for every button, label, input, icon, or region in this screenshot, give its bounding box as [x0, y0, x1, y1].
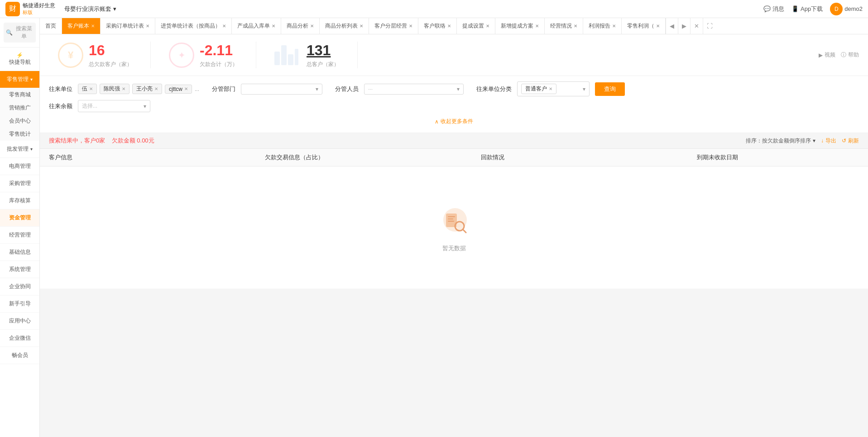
table-header-col-3: 回款情况 [481, 153, 697, 162]
category-select[interactable]: 普通客户 ✕ ▾ [517, 81, 590, 96]
dept-select[interactable]: ▾ [241, 84, 322, 95]
balance-select[interactable]: 选择... ▾ [78, 100, 150, 112]
filter-tag-1: 伍 ✕ [78, 84, 97, 94]
sidebar-item-enterprise-wechat[interactable]: 企业微信 [0, 330, 39, 347]
query-button[interactable]: 查询 [595, 82, 625, 96]
empty-icon [436, 203, 472, 239]
sidebar-sub-item-marketing[interactable]: 营销推广 [0, 101, 39, 114]
tab-new-promotion[interactable]: 新增提成方案 ✕ [495, 18, 545, 34]
sidebar-item-ecommerce[interactable]: 电商管理 [0, 158, 39, 175]
tag-close-4[interactable]: ✕ [184, 86, 188, 91]
message-button[interactable]: 💬 消息 [763, 5, 784, 13]
stat-total-customers: 131 总客户（家） [256, 42, 358, 68]
table-header: 客户信息 欠款交易信息（占比） 回款情况 到期未收款日期 [40, 149, 868, 166]
svg-rect-4 [448, 221, 454, 222]
tab-close-icon[interactable]: ✕ [612, 24, 616, 28]
tab-production-instock[interactable]: 产成品入库单 ✕ [232, 18, 281, 34]
tab-close-icon[interactable]: ✕ [535, 24, 539, 28]
search-icon: 🔍 [6, 29, 13, 36]
tab-purchase-order[interactable]: 采购订单统计表 ✕ [101, 18, 155, 34]
user-menu[interactable]: D demo2 [830, 3, 863, 15]
tab-nav-prev[interactable]: ◀ [666, 18, 678, 34]
empty-text: 暂无数据 [442, 244, 466, 252]
export-button[interactable]: ↓ 导出 [821, 137, 836, 145]
sidebar-item-vip-member[interactable]: 畅会员 [0, 347, 39, 364]
tab-profit-report[interactable]: 利润报告 ✕ [583, 18, 622, 34]
stat2-info: -2.11 欠款合计（万） [200, 42, 238, 68]
tab-purchase-stat[interactable]: 进货单统计表（按商品） ✕ [155, 18, 232, 34]
top-bar-right: 💬 消息 📱 App下载 D demo2 [763, 3, 863, 15]
tab-promotion-settings[interactable]: 提成设置 ✕ [457, 18, 495, 34]
tab-close-icon[interactable]: ✕ [360, 24, 363, 28]
tag-close-2[interactable]: ✕ [122, 86, 125, 91]
content-area: 首页 客户账本 ✕ 采购订单统计表 ✕ 进货单统计表（按商品） ✕ 产成品入库单… [40, 18, 868, 437]
filter-row-1: 往来单位 伍 ✕ 陈民强 ✕ 王小亮 [49, 81, 859, 96]
sidebar-item-new-guide[interactable]: 新手引导 [0, 295, 39, 313]
tab-operations[interactable]: 经营情况 ✕ [545, 18, 583, 34]
results-info: 搜索结果中，客户0家 欠款金额 0.00元 [49, 137, 154, 145]
category-label: 往来单位分类 [476, 85, 512, 93]
sidebar-item-retail[interactable]: 零售管理 ▾ [0, 71, 39, 88]
tab-bar: 首页 客户账本 ✕ 采购订单统计表 ✕ 进货单统计表（按商品） ✕ 产成品入库单… [40, 18, 868, 34]
tab-customer-tier[interactable]: 客户分层经营 ✕ [369, 18, 418, 34]
category-tag-close[interactable]: ✕ [549, 86, 552, 91]
tab-close-icon[interactable]: ✕ [146, 24, 149, 28]
tab-close-icon[interactable]: ✕ [91, 24, 95, 28]
app-download-button[interactable]: 📱 App下载 [791, 5, 823, 13]
sidebar-item-purchase[interactable]: 采购管理 [0, 175, 39, 192]
sidebar-item-operations[interactable]: 经营管理 [0, 227, 39, 244]
sort-select[interactable]: 排序：按欠款金额倒序排序 ▾ [746, 137, 815, 145]
sidebar-item-app-center[interactable]: 应用中心 [0, 313, 39, 330]
search-menu-button[interactable]: 🔍 搜索菜单 [4, 23, 36, 43]
sidebar-item-wholesale[interactable]: 批发管理 ▾ [0, 141, 39, 158]
dept-label: 分管部门 [212, 85, 235, 93]
shortcut-icon: ⚡ [2, 52, 38, 58]
sidebar-item-enterprise-coop[interactable]: 企业协同 [0, 278, 39, 295]
tab-close-icon[interactable]: ✕ [656, 24, 660, 28]
person-select[interactable]: ··· ▾ [364, 84, 464, 95]
sidebar-sub-item-member[interactable]: 会员中心 [0, 114, 39, 128]
sidebar-item-system[interactable]: 系统管理 [0, 261, 39, 278]
tab-nav-next[interactable]: ▶ [678, 18, 690, 34]
tab-close-icon[interactable]: ✕ [272, 24, 275, 28]
video-icon: ▶ [819, 52, 823, 58]
collapse-button[interactable]: ∧ 收起更多条件 [427, 116, 480, 127]
tab-goods-analysis[interactable]: 商品分析 ✕ [281, 18, 320, 34]
filter-more-button[interactable]: ... [195, 86, 199, 92]
sidebar-sub-item-retail-mall[interactable]: 零售商城 [0, 88, 39, 101]
tab-goods-analysis-list[interactable]: 商品分析列表 ✕ [320, 18, 369, 34]
main-layout: 🔍 搜索菜单 零售管理 ⚡ 快捷导航 零售管理 ▾ 零售商城 营销推广 会员中心… [0, 18, 868, 437]
sidebar-item-shortcut[interactable]: 零售管理 ⚡ 快捷导航 [0, 48, 39, 71]
svg-line-6 [463, 229, 466, 233]
tab-close-icon[interactable]: ✕ [222, 24, 226, 28]
table-empty-state: 暂无数据 [40, 166, 868, 289]
sidebar-sub-item-retail-stat[interactable]: 零售统计 [0, 128, 39, 141]
tab-nav-fullscreen[interactable]: ⛶ [703, 18, 716, 34]
tab-close-icon[interactable]: ✕ [447, 24, 451, 28]
chevron-down-icon: ▾ [583, 86, 585, 92]
tag-close-1[interactable]: ✕ [89, 86, 93, 91]
help-button[interactable]: ⓘ 帮助 [841, 51, 859, 59]
tag-close-3[interactable]: ✕ [154, 86, 158, 91]
tab-customer-balance[interactable]: 客户账本 ✕ [62, 18, 101, 34]
refresh-button[interactable]: ↺ 刷新 [842, 137, 859, 145]
tab-nav-close-all[interactable]: ✕ [690, 18, 703, 34]
tab-close-icon[interactable]: ✕ [486, 24, 489, 28]
tab-home[interactable]: 首页 [40, 18, 62, 34]
filter-area: 往来单位 伍 ✕ 陈民强 ✕ 王小亮 [40, 76, 868, 133]
store-selector[interactable]: 母婴行业演示账套 ▾ [64, 5, 116, 13]
tab-close-icon[interactable]: ✕ [574, 24, 577, 28]
table-header-col-4: 到期未收款日期 [697, 153, 859, 162]
top-bar-left: 财 畅捷通好生意 标版 母婴行业演示账套 ▾ [5, 2, 116, 16]
svg-rect-3 [448, 218, 453, 219]
svg-point-7 [456, 223, 461, 228]
stat3-value[interactable]: 131 [307, 42, 339, 59]
video-help-button[interactable]: ▶ 视频 [819, 51, 835, 59]
tab-customer-contact[interactable]: 客户联络 ✕ [418, 18, 457, 34]
tab-close-icon[interactable]: ✕ [310, 24, 314, 28]
sidebar-item-inventory[interactable]: 库存核算 [0, 192, 39, 209]
tab-retail-profit[interactable]: 零售利润（ ✕ [622, 18, 666, 34]
sidebar-item-finance[interactable]: 资金管理 [0, 209, 39, 227]
tab-close-icon[interactable]: ✕ [409, 24, 412, 28]
sidebar-item-basic-info[interactable]: 基础信息 [0, 244, 39, 261]
